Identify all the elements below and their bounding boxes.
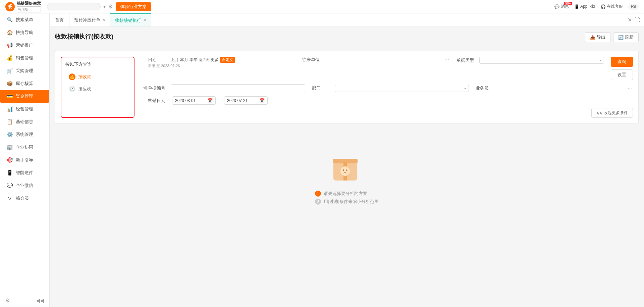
date-custom-badge[interactable]: 自定义 xyxy=(220,57,235,63)
tab-bar-actions: ✕ ⛶ xyxy=(624,17,644,23)
wechat-icon: 💬 xyxy=(6,183,13,189)
doc-no-label: 单据编号 xyxy=(148,85,168,91)
footer-collapse-icon[interactable]: ◀◀ xyxy=(36,297,44,304)
sidebar-item-guide[interactable]: 🎯 新手引导 xyxy=(0,154,49,166)
search-dropdown-icon[interactable]: ▾ xyxy=(103,4,106,9)
empty-state: 1 请先选择要分析的方案 2 用[过滤]条件来缩小分析范围 xyxy=(55,123,639,234)
counterparty-more-dots[interactable]: ··· xyxy=(444,57,450,63)
sidebar-item-purchase[interactable]: 🛒 采购管理 xyxy=(0,64,49,77)
verify-date-end-input[interactable]: 2023-07-21 📅 xyxy=(224,96,268,105)
enterprise-icon: 🏢 xyxy=(6,144,13,150)
step-1-num: 1 xyxy=(315,191,321,197)
tab-prepay[interactable]: 预付冲应付单 ✕ xyxy=(69,13,110,27)
app-icon: 📱 xyxy=(574,4,579,9)
step-2-num: 2 xyxy=(315,199,321,205)
export-button[interactable]: 📤 导出 xyxy=(585,32,610,42)
message-badge: 99+ xyxy=(564,2,572,5)
tab-close-collection[interactable]: ✕ xyxy=(143,18,146,22)
info-icon: 📋 xyxy=(6,119,13,125)
salesperson-more-dots[interactable]: ··· xyxy=(628,85,633,91)
query-btn-group: 查询 设置 xyxy=(611,57,633,80)
filter-options-box: 按以下方查询 💰 按收款 🕐 按应收 xyxy=(61,57,135,118)
top-bar-right: 💬 消息 99+ 📱 App下载 🎧 在线客服 Rit xyxy=(554,4,639,10)
verify-date-row: 核销日期 2023-03-01 📅 — 2023-07-21 📅 xyxy=(148,96,633,105)
search-input[interactable] xyxy=(47,3,101,10)
dept-select[interactable]: ▾ xyxy=(335,85,469,92)
date-unlimited: 不限 至 2023-07-26 xyxy=(148,63,296,68)
tab-bar-expand-icon[interactable]: ⛶ xyxy=(635,17,640,23)
doc-type-label: 单据类型 xyxy=(457,57,477,63)
sidebar-item-hardware[interactable]: 📱 智能硬件 xyxy=(0,166,49,179)
verify-date-start-input[interactable]: 2023-03-01 📅 xyxy=(172,96,216,105)
settings-icon[interactable]: ⚙ xyxy=(108,3,113,10)
settings-button[interactable]: 设置 xyxy=(611,69,633,80)
filter-panel: 按以下方查询 💰 按收款 🕐 按应收 ◀ xyxy=(55,51,639,123)
sidebar-item-enterprise[interactable]: 🏢 企业协同 xyxy=(0,141,49,154)
svg-point-3 xyxy=(340,166,350,176)
sidebar-item-marketing[interactable]: 📢 营销推广 xyxy=(0,39,49,52)
date-this-year[interactable]: 本年 xyxy=(190,57,198,63)
sales-icon: 💰 xyxy=(6,55,13,61)
dept-arrow: ▾ xyxy=(464,87,466,90)
collapse-up-icon: ∧∧ xyxy=(596,111,602,115)
verify-date-label: 核销日期 xyxy=(148,98,168,104)
sidebar-item-search-menu[interactable]: 🔍 搜索菜单 xyxy=(0,13,49,26)
salesperson-label: 业务员 xyxy=(476,85,496,91)
sidebar-item-member[interactable]: V 畅会员 xyxy=(0,192,49,205)
sidebar-footer: ⚙ ◀◀ xyxy=(0,294,49,307)
filter-by-collection[interactable]: 💰 按收款 xyxy=(65,71,130,82)
empty-text: 1 请先选择要分析的方案 2 用[过滤]条件来缩小分析范围 xyxy=(315,191,378,207)
warehouse-icon: 📦 xyxy=(6,81,13,87)
filter-form: 日期 上月 本月 本年 近7天 更多 自定义 不限 至 2 xyxy=(148,57,633,118)
counterparty-label: 往来单位 xyxy=(302,57,322,63)
sidebar-item-wechat[interactable]: 💬 企业微信 xyxy=(0,179,49,192)
brand-badge: 标准版 xyxy=(17,6,41,12)
empty-line-2: 2 用[过滤]条件来缩小分析范围 xyxy=(315,199,378,205)
dept-label: 部门 xyxy=(312,85,332,91)
page-content: 收款核销执行(按收款) 📤 导出 🔄 刷新 按以下方查询 xyxy=(50,27,644,307)
sidebar-item-sales[interactable]: 💰 销售管理 xyxy=(0,52,49,64)
tab-bar: 首页 预付冲应付单 ✕ 收款核销执行 ✕ ✕ ⛶ xyxy=(50,13,644,27)
collapse-conditions-button[interactable]: ∧∧ 收起更多条件 xyxy=(591,108,633,118)
search-icon: 🔍 xyxy=(6,17,13,23)
sidebar-item-inventory[interactable]: 📦 库存核算 xyxy=(0,77,49,90)
query-button[interactable]: 查询 xyxy=(611,57,633,67)
filter-by-receivable[interactable]: 🕐 按应收 xyxy=(65,84,130,94)
footer-gear-icon[interactable]: ⚙ xyxy=(5,297,10,304)
date-more[interactable]: 更多 xyxy=(211,57,219,63)
solution-button[interactable]: 体验行业方案 xyxy=(116,2,151,11)
guide-icon: 🎯 xyxy=(6,157,13,163)
tab-bar-close-icon[interactable]: ✕ xyxy=(628,17,632,23)
tab-home[interactable]: 首页 xyxy=(50,13,69,27)
app-download-button[interactable]: 📱 App下载 xyxy=(574,4,595,9)
message-icon: 💬 xyxy=(554,4,559,9)
filter-collapse-btn[interactable]: ◀ xyxy=(141,57,148,118)
sidebar-item-quick-nav[interactable]: 🏠 快捷导航 xyxy=(0,26,49,39)
member-icon: V xyxy=(6,196,13,201)
message-button[interactable]: 💬 消息 99+ xyxy=(554,4,569,9)
sidebar-item-system[interactable]: ⚙️ 系统管理 xyxy=(0,128,49,141)
tab-collection[interactable]: 收款核销执行 ✕ xyxy=(110,13,151,27)
system-icon: ⚙️ xyxy=(6,132,13,138)
home-icon: 🏠 xyxy=(6,30,13,36)
sidebar-item-base-info[interactable]: 📋 基础信息 xyxy=(0,115,49,128)
refresh-button[interactable]: 🔄 刷新 xyxy=(613,32,639,42)
content-area: 首页 预付冲应付单 ✕ 收款核销执行 ✕ ✕ ⛶ 收款核销执行(按收款) 📤 xyxy=(50,13,644,307)
doc-no-field: 单据编号 xyxy=(148,84,305,92)
date-7-days[interactable]: 近7天 xyxy=(199,57,209,63)
service-button[interactable]: 🎧 在线客服 xyxy=(601,4,623,9)
sidebar-item-operation[interactable]: 📊 经营管理 xyxy=(0,103,49,115)
counterparty-field: 往来单位 ··· xyxy=(302,57,450,63)
date-range-separator: — xyxy=(218,98,222,103)
doc-type-select[interactable]: ▾ xyxy=(479,57,604,64)
export-icon: 📤 xyxy=(590,35,595,40)
logo: 畅 畅捷通好生意 标准版 xyxy=(5,1,41,12)
date-this-month[interactable]: 本月 xyxy=(180,57,188,63)
user-profile[interactable]: Rit xyxy=(628,4,639,10)
sidebar-item-finance[interactable]: 💳 资金管理 xyxy=(0,90,49,103)
tab-close-prepay[interactable]: ✕ xyxy=(102,18,105,22)
date-last-month[interactable]: 上月 xyxy=(171,57,179,63)
doc-no-input[interactable] xyxy=(171,84,305,92)
dept-field: 部门 ▾ xyxy=(312,85,469,92)
date-field: 日期 上月 本月 本年 近7天 更多 自定义 不限 至 2 xyxy=(148,57,296,68)
